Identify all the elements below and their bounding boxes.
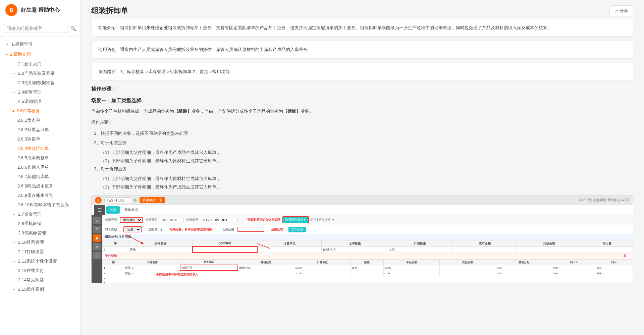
highlight-assemble: 【组装】 — [174, 109, 192, 114]
search-icon[interactable]: 🔍 — [70, 26, 76, 31]
sidebar-item-stock-fix[interactable]: 2.6.10库存账本错了怎么办 — [12, 200, 80, 210]
sidebar-item-personalize[interactable]: ＋ 2.12系统个性化设置 — [7, 257, 80, 266]
nav-group-2-label: 2.帮助文档 — [10, 51, 31, 57]
sidebar-item-video-learning[interactable]: ＋ 1.视频学习 — [0, 39, 80, 49]
sidebar-item-coupon[interactable]: ＋ 2.9优惠券管理 — [7, 228, 80, 238]
ss-select-bom-btn: 选择所列清单▼ — [282, 216, 309, 223]
ss-table-icon: ⊠ — [624, 254, 626, 257]
sidebar-item-operations[interactable]: ＋ 2.10经营管理 — [7, 238, 80, 247]
ss-topbar-icon1: ⚙ — [134, 199, 137, 202]
ss-th-bot-9: 费用分配 — [496, 260, 552, 265]
main-content: 功能介绍：组装拆卸单用来处理企业组装或拆卸等加工业务，支持有固定装配清单的产品加… — [80, 19, 644, 335]
search-input[interactable] — [4, 24, 68, 33]
sidebar-item-new-user-label: 2.1新手入门 — [18, 61, 42, 67]
plus-icon: ＋ — [12, 71, 16, 76]
sidebar-item-install[interactable]: ＋ 2.2产品安装及登录 — [7, 69, 80, 78]
share-button[interactable]: ↗ 分享 — [609, 5, 633, 16]
sidebar-item-sales-label: 2.4销售管理 — [18, 89, 42, 95]
sidebar-item-transfer[interactable]: 2.6.3调拨单 — [12, 134, 80, 144]
ss-table-top: 序 父件名称 父件编码 计量单位 上午数量 产成数量 成本金额 其他金额 可出量 — [102, 240, 633, 253]
plus-icon: ＋ — [12, 212, 16, 217]
sub-step-2-1: （1）上部明细为父件明细，最终作为产成品生成其它入库单； — [101, 149, 633, 157]
ss-th-top-3: 父件编码 — [193, 240, 257, 247]
sidebar-item-capital[interactable]: ＋ 2.7资金管理 — [7, 210, 80, 219]
ss-main: 单据类型 组装拆卸 单据日期 单据编号 有装配清单的在这里处理 选 — [102, 215, 633, 283]
sidebar-item-assemble[interactable]: 2.6.4组装拆卸单 — [12, 144, 80, 153]
ss-td-bot-1-2: 商品 1 — [124, 265, 180, 271]
highlight-disassemble: 【拆卸】 — [283, 109, 301, 114]
step-3: 3、对于拆卸业务 — [94, 165, 633, 173]
sidebar-item-stock-ledger[interactable]: 2.6.9库存账本查询 — [12, 191, 80, 200]
nav-group-1: ＋ 1.视频学习 — [0, 39, 80, 49]
ss-th-bot-1: 序 — [103, 260, 124, 265]
ss-left-sidebar: ⊞ ☰ 📋 ⚙ ◫ — [92, 215, 102, 283]
sidebar-item-new-user[interactable]: ＋ 2.1新手入门 — [7, 59, 80, 69]
ss-th-top-5: 上午数量 — [322, 240, 388, 247]
ss-table-bottom-header-row: 子件明细 ⊠ — [102, 253, 633, 259]
ss-menu-icon: ☰ — [98, 207, 102, 213]
sidebar-item-faq[interactable]: ＋ 2.14常见问题 — [7, 275, 80, 285]
sidebar-item-print[interactable]: ＋ 2.11打印设置 — [7, 247, 80, 257]
sidebar: 6 好生意 帮助中心 🔍 ＋ 1.视频学习 ● 2.帮助文档 ＋ 2.1新手入门 — [0, 0, 80, 335]
ss-date-input — [160, 218, 183, 222]
plus-icon: ＋ — [12, 249, 16, 255]
ss-save-btn: 保存 | 更多业务 ▼ — [310, 218, 335, 222]
ss-td-bot-1-9: 0.00 — [496, 265, 552, 271]
info-role-text: 使用角色：通常由生产人员或库管人员完成拆装业务的操作，库管人员确认原材料的出库和… — [98, 47, 308, 52]
ss-th-top-4: 计量单位 — [257, 240, 322, 247]
nav-sub-sub-items-26: 2.6.1盘点单 2.6.2分量盘点单 2.6.3调拨单 2.6.4组装拆卸单 … — [7, 116, 80, 210]
sidebar-item-mobile[interactable]: ＋ 2.8手机旺铺 — [7, 219, 80, 228]
sidebar-item-other-out[interactable]: 2.6.7其他出库单 — [12, 172, 80, 181]
sidebar-item-inventory[interactable]: ● 2.6库存核算 — [7, 106, 80, 116]
table-row: 3 — [103, 276, 633, 281]
ss-new-bill-btn: 新建单据一下 — [140, 197, 165, 203]
sidebar-item-cases-label: 2.15操作案例 — [18, 286, 44, 292]
sidebar-item-online-pay-label: 2.13在线支付 — [18, 268, 44, 274]
sidebar-item-stocktake[interactable]: 2.6.1盘点单 — [12, 116, 80, 125]
ops-title: 操作步骤： — [91, 86, 633, 92]
scene1-desc: 当由多个子件材料组装成一个成品的业务为【组装】业务，当由一个父件拆分成多个子产品… — [91, 107, 633, 116]
sidebar-item-cost-recalc[interactable]: 2.6.8商品成本重算 — [12, 181, 80, 191]
plus-icon: ＋ — [12, 268, 16, 274]
sidebar-item-faq-label: 2.14常见问题 — [18, 277, 44, 283]
sidebar-item-cost-adj[interactable]: 2.6.5成本调整单 — [12, 153, 80, 163]
search-box: 🔍 — [0, 20, 80, 37]
sidebar-item-batch-stocktake[interactable]: 2.6.2分量盘点单 — [12, 125, 80, 134]
ss-nav-self: 自营 — [106, 206, 120, 214]
ss-annotation-a1-area: 有装配清单的在这里处理 选择所列清单▼ 保存 | 更多业务 ▼ — [247, 216, 335, 223]
plus-icon: ＋ — [12, 221, 16, 227]
ss-td-bot-1-6: 16.0 — [350, 265, 383, 271]
sidebar-item-sales[interactable]: ＋ 2.4销售管理 — [7, 88, 80, 97]
sidebar-item-online-pay[interactable]: ＋ 2.13在线支付 — [7, 266, 80, 275]
sidebar-item-data-prep-label: 2.3使用前数据准备 — [18, 80, 55, 86]
ss-warehouse-input — [237, 227, 264, 232]
ss-topbar: 6 TEST-H002 ⚙ 新建单据一下 App下载 在线帮助 帮助中心 ● C… — [92, 196, 633, 205]
ss-td-bot-3-rest — [124, 276, 633, 281]
plus-icon: ＋ — [12, 277, 16, 283]
ss-td-bot-2-7: 0.00 — [383, 271, 440, 276]
scene1-title: 场景一：加工类型选择 — [91, 98, 633, 104]
ss-warehouse-label: 仓储店用 — [222, 227, 234, 232]
screenshot-wrapper: 6 TEST-H002 ⚙ 新建单据一下 App下载 在线帮助 帮助中心 ● C… — [91, 195, 633, 283]
plus-icon: ＋ — [12, 61, 16, 67]
sidebar-item-data-prep[interactable]: ＋ 2.3使用前数据准备 — [7, 78, 80, 88]
sidebar-nav: ＋ 1.视频学习 ● 2.帮助文档 ＋ 2.1新手入门 ＋ 2.2产品安装及登录 — [0, 37, 80, 335]
sidebar-item-cases[interactable]: ＋ 2.15操作案例 — [7, 285, 80, 294]
table-row: 4 — [103, 281, 633, 283]
sidebar-item-help-docs[interactable]: ● 2.帮助文档 — [0, 49, 80, 59]
ss-td-bot-4-rest — [124, 281, 633, 283]
sidebar-item-other-in[interactable]: 2.6.6其他入库单 — [12, 163, 80, 172]
ss-type-select: 组装拆卸 — [120, 217, 143, 223]
info-intro-text: 功能介绍：组装拆卸单用来处理企业组装或拆卸等加工业务，支持有固定装配清单的产品加… — [98, 25, 552, 30]
ss-th-top-1: 序 — [103, 240, 128, 247]
ss-th-top-9: 可出量 — [581, 240, 633, 247]
ss-td-bot-1-8 — [440, 265, 496, 271]
ss-td-bot-2-4 — [238, 271, 294, 276]
ss-td-top-1-3 — [193, 246, 257, 253]
sidebar-header: 6 好生意 帮助中心 — [0, 0, 80, 20]
sidebar-item-purchase[interactable]: ＋ 2.5采购管理 — [7, 97, 80, 106]
ss-td-bot-2-5: 20.00 — [294, 271, 351, 276]
ss-no-label: 单据编号 — [186, 218, 198, 222]
ss-confirm-btn: 立即完成 — [288, 227, 306, 232]
ss-th-bot-8: 其他金额 — [440, 260, 496, 265]
